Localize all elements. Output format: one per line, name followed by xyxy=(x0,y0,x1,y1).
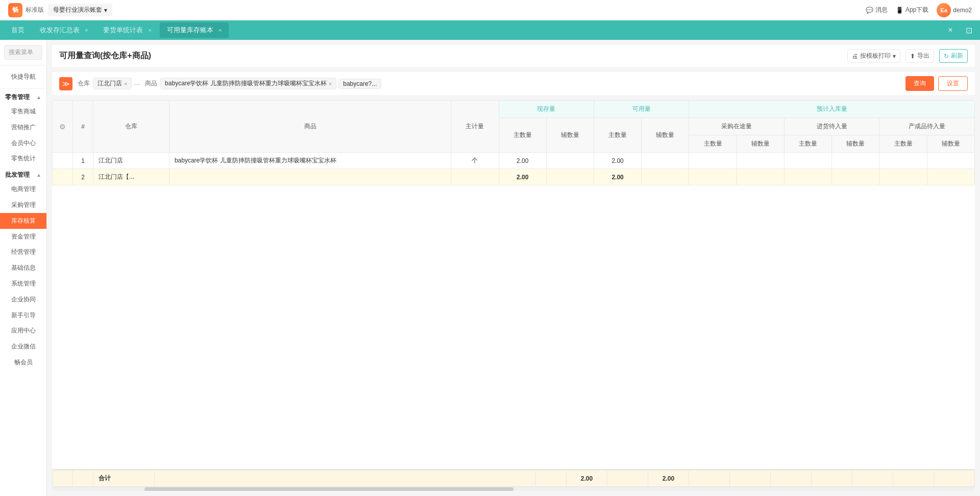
tab-orders-close[interactable]: × xyxy=(148,27,151,33)
tab-bar: 首页 收发存汇总表 × 要货单统计表 × 可用量库存账本 × × ⊡ xyxy=(0,20,980,40)
sidebar-item-guide[interactable]: 新手引导 xyxy=(0,308,46,323)
product-tag-1[interactable]: babycare学饮杯 儿童防摔防撞吸管杯重力球吸嘴杯宝宝水杯 × xyxy=(160,78,336,89)
row1-products-pending-main xyxy=(879,153,927,169)
sidebar-item-ecommerce[interactable]: 电商管理 xyxy=(0,181,46,197)
export-button[interactable]: ⬆ 导出 xyxy=(905,49,934,63)
purchase-label: 采购管理 xyxy=(11,201,36,209)
sidebar-item-system[interactable]: 系统管理 xyxy=(0,276,46,292)
tab-receive-label: 收发存汇总表 xyxy=(40,26,80,35)
quick-nav-label: 快捷导航 xyxy=(11,73,36,81)
tab-receive[interactable]: 收发存汇总表 × xyxy=(33,22,95,38)
product-tag-2-value: babycare?... xyxy=(343,80,377,87)
footer-pp-main xyxy=(893,470,934,487)
tab-receive-close[interactable]: × xyxy=(85,27,88,33)
col-header-inbound-pending-aux: 辅数量 xyxy=(832,135,879,153)
table-row: 1 江北门店 babycare学饮杯 儿童防摔防撞吸管杯重力球吸嘴杯宝宝水杯 个… xyxy=(53,153,975,169)
template-print-button[interactable]: 🖨 按模板打印 ▾ xyxy=(847,49,900,63)
footer-settings-cell xyxy=(53,470,73,487)
tab-inventory-close[interactable]: × xyxy=(218,27,222,33)
horizontal-scrollbar[interactable] xyxy=(52,487,975,491)
message-button[interactable]: 💬 消息 xyxy=(866,6,888,14)
row2-inbound-pending-main xyxy=(784,169,831,185)
row1-unit: 个 xyxy=(451,153,499,169)
row2-product xyxy=(169,169,451,185)
warehouse-more[interactable]: ··· xyxy=(134,80,140,88)
warehouse-tag-close[interactable]: × xyxy=(124,81,127,87)
industry-selector[interactable]: 母婴行业演示账套 ▾ xyxy=(48,4,112,16)
sidebar-section-retail-header[interactable]: 零售管理 ▲ xyxy=(0,89,46,104)
sidebar-item-purchase[interactable]: 采购管理 xyxy=(0,197,46,213)
wechat-label: 企业微信 xyxy=(11,342,36,351)
filter-expand-button[interactable]: ≫ xyxy=(59,77,72,90)
row1-products-pending-aux xyxy=(927,153,974,169)
row1-settings xyxy=(53,153,73,169)
table-settings-icon[interactable]: ⚙ xyxy=(59,123,66,131)
footer-ip-main xyxy=(812,470,852,487)
sidebar-item-wechat[interactable]: 企业微信 xyxy=(0,339,46,355)
sidebar-section-wholesale-header[interactable]: 批发管理 ▲ xyxy=(0,167,46,181)
sidebar-item-quick-nav[interactable]: 快捷导航 xyxy=(0,68,46,85)
logo-icon: 畅 xyxy=(8,3,22,17)
filter-actions: 查询 设置 xyxy=(905,76,968,91)
member-label: 会员中心 xyxy=(11,139,36,148)
sidebar-item-marketing[interactable]: 营销推广 xyxy=(0,120,46,135)
tab-home-label: 首页 xyxy=(11,26,24,35)
col-header-product: 商品 xyxy=(169,101,451,153)
sidebar-item-retail-mall[interactable]: 零售商城 xyxy=(0,104,46,120)
col-header-products-pending: 产成品待入量 xyxy=(879,118,975,135)
row1-current-aux xyxy=(546,153,594,169)
warehouse-tag[interactable]: 江北门店 × xyxy=(93,78,132,89)
sidebar-item-enterprise[interactable]: 企业协同 xyxy=(0,292,46,308)
tab-inventory-label: 可用量库存账本 xyxy=(167,26,213,35)
app-center-label: 应用中心 xyxy=(11,326,36,335)
row2-purchase-transit-main xyxy=(689,169,737,185)
logo-text: 标准版 xyxy=(26,6,44,14)
footer-table: 合计 2.00 2.00 xyxy=(52,470,975,487)
top-bar-left: 畅 标准版 母婴行业演示账套 ▾ xyxy=(8,3,112,17)
row2-avail-aux xyxy=(642,169,689,185)
tab-home[interactable]: 首页 xyxy=(4,22,32,38)
sidebar-item-inventory[interactable]: 库存核算 xyxy=(0,213,46,229)
row1-purchase-transit-aux xyxy=(737,153,784,169)
product-tag-1-close[interactable]: × xyxy=(329,81,332,87)
top-bar: 畅 标准版 母婴行业演示账套 ▾ 💬 消息 📱 App下载 Ea demo2 xyxy=(0,0,980,20)
user-profile[interactable]: Ea demo2 xyxy=(937,3,972,17)
footer-pp-aux xyxy=(934,470,975,487)
sidebar-item-member2[interactable]: 畅会员 xyxy=(0,355,46,370)
wholesale-arrow-icon: ▲ xyxy=(36,172,41,178)
warehouse-filter-tags: 江北门店 × ··· xyxy=(93,78,140,89)
retail-section-label: 零售管理 xyxy=(5,93,30,102)
col-header-avail-aux: 辅数量 xyxy=(642,118,689,153)
col-header-forecast-inbound: 预计入库量 xyxy=(689,101,975,118)
query-button[interactable]: 查询 xyxy=(905,76,934,91)
sidebar-item-app-center[interactable]: 应用中心 xyxy=(0,323,46,339)
row1-avail-aux xyxy=(642,153,689,169)
tab-orders[interactable]: 要货单统计表 × xyxy=(96,22,158,38)
sidebar-item-member[interactable]: 会员中心 xyxy=(0,135,46,151)
refresh-icon: ↻ xyxy=(944,53,949,60)
member2-label: 畅会员 xyxy=(14,358,33,367)
tab-bar-actions: × ⊡ xyxy=(943,23,976,37)
col-header-current-main: 主数量 xyxy=(499,118,546,153)
app-download-button[interactable]: 📱 App下载 xyxy=(896,6,928,14)
marketing-label: 营销推广 xyxy=(11,123,36,132)
minimize-button[interactable]: ⊡ xyxy=(962,23,976,37)
product-tag-2[interactable]: babycare?... xyxy=(338,79,381,89)
sidebar-item-operations[interactable]: 经营管理 xyxy=(0,244,46,260)
close-all-button[interactable]: × xyxy=(943,23,958,37)
settings-button[interactable]: 设置 xyxy=(938,76,968,91)
sidebar-item-basic[interactable]: 基础信息 xyxy=(0,260,46,276)
refresh-button[interactable]: ↻ 刷新 xyxy=(939,49,968,63)
sidebar-item-finance[interactable]: 资金管理 xyxy=(0,229,46,245)
footer-pt-aux xyxy=(771,470,812,487)
search-menu-button[interactable]: 搜索菜单 xyxy=(4,45,42,60)
message-icon: 💬 xyxy=(866,7,873,14)
sidebar-item-retail-stats[interactable]: 零售统计 xyxy=(0,151,46,167)
table-scroll[interactable]: ⚙ # 仓库 商品 主计量 现存量 可用量 预计入库量 主数量 辅 xyxy=(52,100,975,469)
col-header-settings[interactable]: ⚙ xyxy=(53,101,73,153)
retail-mall-label: 零售商城 xyxy=(11,107,36,116)
scrollbar-thumb[interactable] xyxy=(144,487,513,491)
warehouse-tag-value: 江北门店 xyxy=(97,79,122,88)
enterprise-label: 企业协同 xyxy=(11,295,36,304)
tab-inventory[interactable]: 可用量库存账本 × xyxy=(160,22,229,38)
